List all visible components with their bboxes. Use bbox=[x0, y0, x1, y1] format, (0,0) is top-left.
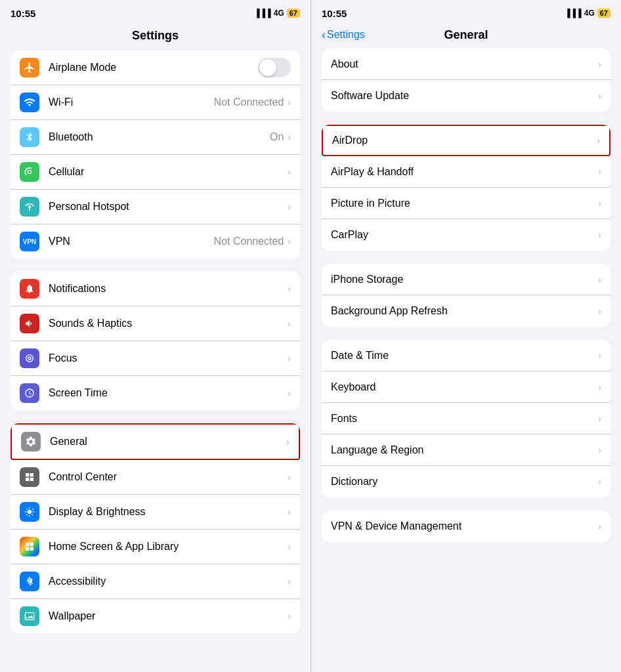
row-focus[interactable]: Focus › bbox=[11, 341, 300, 376]
airplay-chevron: › bbox=[598, 167, 601, 177]
software-update-chevron: › bbox=[598, 91, 601, 101]
row-sounds[interactable]: Sounds & Haptics › bbox=[11, 306, 300, 341]
right-panel: 10:55 ▐▐▐ 4G 67 ‹ Settings General About… bbox=[310, 0, 621, 672]
wallpaper-chevron: › bbox=[288, 611, 291, 621]
row-bluetooth[interactable]: Bluetooth On › bbox=[11, 120, 300, 155]
wallpaper-icon bbox=[20, 606, 39, 626]
row-airdrop[interactable]: AirDrop › bbox=[322, 125, 610, 156]
home-screen-icon bbox=[20, 537, 39, 556]
control-center-icon bbox=[20, 467, 39, 487]
row-display[interactable]: Display & Brightness › bbox=[11, 495, 300, 530]
status-icons-right: ▐▐▐ 4G 67 bbox=[565, 9, 610, 18]
row-language-region[interactable]: Language & Region › bbox=[322, 434, 610, 466]
row-general[interactable]: General › bbox=[11, 423, 300, 460]
row-screen-time[interactable]: Screen Time › bbox=[11, 376, 300, 410]
display-label: Display & Brightness bbox=[49, 506, 288, 518]
row-fonts[interactable]: Fonts › bbox=[322, 403, 610, 434]
screen-time-label: Screen Time bbox=[49, 387, 288, 399]
sounds-label: Sounds & Haptics bbox=[49, 318, 288, 329]
dictionary-label: Dictionary bbox=[331, 476, 598, 488]
hotspot-chevron: › bbox=[288, 201, 291, 212]
back-button[interactable]: ‹ Settings bbox=[322, 29, 365, 41]
control-center-chevron: › bbox=[288, 472, 291, 482]
network-type-right: 4G bbox=[584, 9, 595, 18]
battery-left: 67 bbox=[287, 9, 300, 18]
row-background-refresh[interactable]: Background App Refresh › bbox=[322, 295, 610, 327]
row-about[interactable]: About › bbox=[322, 49, 610, 80]
language-region-label: Language & Region bbox=[331, 444, 598, 456]
time-left: 10:55 bbox=[11, 8, 35, 19]
focus-icon bbox=[20, 348, 39, 368]
back-chevron-icon: ‹ bbox=[322, 29, 326, 41]
bluetooth-label: Bluetooth bbox=[49, 131, 270, 143]
row-iphone-storage[interactable]: iPhone Storage › bbox=[322, 264, 610, 295]
row-software-update[interactable]: Software Update › bbox=[322, 80, 610, 112]
row-vpn-device-mgmt[interactable]: VPN & Device Management › bbox=[322, 511, 610, 542]
settings-list-left: Airplane Mode Wi-Fi Not Connected › bbox=[0, 51, 310, 672]
accessibility-label: Accessibility bbox=[49, 576, 288, 587]
row-accessibility[interactable]: Accessibility › bbox=[11, 564, 300, 599]
battery-right: 67 bbox=[597, 9, 610, 18]
pip-chevron: › bbox=[598, 198, 601, 209]
accessibility-chevron: › bbox=[288, 576, 291, 587]
vpn-device-mgmt-label: VPN & Device Management bbox=[331, 520, 598, 532]
screen-time-icon bbox=[20, 383, 39, 403]
focus-chevron: › bbox=[288, 353, 291, 364]
row-wallpaper[interactable]: Wallpaper › bbox=[11, 599, 300, 633]
row-picture-in-picture[interactable]: Picture in Picture › bbox=[322, 188, 610, 219]
accessibility-icon bbox=[20, 572, 39, 591]
cellular-icon bbox=[20, 162, 39, 182]
cellular-chevron: › bbox=[288, 167, 291, 177]
signal-icon-right: ▐▐▐ bbox=[565, 9, 582, 18]
row-dictionary[interactable]: Dictionary › bbox=[322, 466, 610, 497]
row-wifi[interactable]: Wi-Fi Not Connected › bbox=[11, 85, 300, 120]
row-vpn[interactable]: VPN VPN Not Connected › bbox=[11, 224, 300, 259]
row-date-time[interactable]: Date & Time › bbox=[322, 340, 610, 371]
airdrop-chevron: › bbox=[597, 135, 600, 146]
settings-title: Settings bbox=[0, 24, 310, 51]
status-icons-left: ▐▐▐ 4G 67 bbox=[254, 9, 300, 18]
row-hotspot[interactable]: Personal Hotspot › bbox=[11, 190, 300, 224]
status-bar-left: 10:55 ▐▐▐ 4G 67 bbox=[0, 0, 310, 24]
general-title: General bbox=[444, 28, 488, 42]
row-keyboard[interactable]: Keyboard › bbox=[322, 371, 610, 403]
carplay-label: CarPlay bbox=[331, 229, 598, 241]
vpn-value: Not Connected bbox=[214, 236, 284, 247]
row-cellular[interactable]: Cellular › bbox=[11, 155, 300, 190]
signal-icon-left: ▐▐▐ bbox=[254, 9, 271, 18]
back-label: Settings bbox=[327, 29, 365, 41]
airplane-label: Airplane Mode bbox=[49, 62, 258, 74]
row-notifications[interactable]: Notifications › bbox=[11, 272, 300, 306]
row-control-center[interactable]: Control Center › bbox=[11, 460, 300, 495]
keyboard-chevron: › bbox=[598, 382, 601, 392]
row-home-screen[interactable]: Home Screen & App Library › bbox=[11, 530, 300, 564]
row-airplay[interactable]: AirPlay & Handoff › bbox=[322, 156, 610, 188]
bluetooth-icon bbox=[20, 127, 39, 147]
home-screen-chevron: › bbox=[288, 541, 291, 552]
date-time-label: Date & Time bbox=[331, 350, 598, 362]
date-time-chevron: › bbox=[598, 350, 601, 361]
airplay-label: AirPlay & Handoff bbox=[331, 166, 598, 178]
airplane-toggle[interactable] bbox=[258, 58, 291, 77]
wallpaper-label: Wallpaper bbox=[49, 610, 288, 622]
bluetooth-chevron: › bbox=[288, 132, 291, 142]
fonts-chevron: › bbox=[598, 413, 601, 424]
general-nav: ‹ Settings General bbox=[311, 24, 621, 49]
display-icon bbox=[20, 502, 39, 522]
time-right: 10:55 bbox=[322, 8, 347, 19]
general-icon bbox=[21, 432, 41, 452]
status-bar-right: 10:55 ▐▐▐ 4G 67 bbox=[311, 0, 621, 24]
group-vpn-mgmt: VPN & Device Management › bbox=[322, 511, 610, 542]
iphone-storage-label: iPhone Storage bbox=[331, 274, 598, 285]
general-label: General bbox=[50, 436, 286, 448]
vpn-chevron: › bbox=[288, 236, 291, 247]
group-connectivity: Airplane Mode Wi-Fi Not Connected › bbox=[11, 51, 300, 259]
home-screen-label: Home Screen & App Library bbox=[49, 541, 288, 553]
row-airplane-mode[interactable]: Airplane Mode bbox=[11, 51, 300, 85]
row-carplay[interactable]: CarPlay › bbox=[322, 219, 610, 251]
keyboard-label: Keyboard bbox=[331, 381, 598, 393]
language-region-chevron: › bbox=[598, 445, 601, 455]
general-chevron: › bbox=[286, 436, 289, 447]
focus-label: Focus bbox=[49, 352, 288, 364]
carplay-chevron: › bbox=[598, 230, 601, 240]
